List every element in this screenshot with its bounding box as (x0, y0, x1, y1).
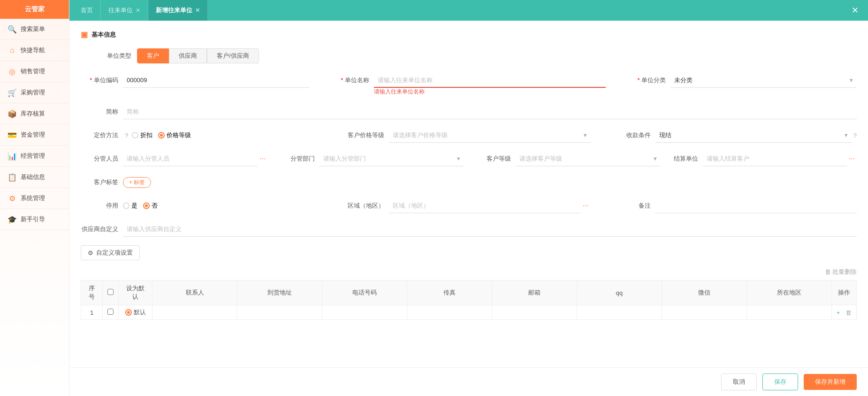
guide-icon: 🎓 (8, 215, 17, 224)
supplier-custom-input[interactable] (123, 222, 857, 237)
payment-question-icon[interactable]: ? (853, 132, 857, 139)
sidebar-item-search[interactable]: 🔍 搜索菜单 (0, 19, 69, 40)
batch-delete-button[interactable]: 🗑 批量删除 (81, 268, 857, 276)
sidebar-logo: 云管家 (0, 0, 69, 19)
custom-settings-button[interactable]: ⚙ 自定义项设置 (81, 245, 140, 260)
unit-btn-supplier[interactable]: 供应商 (169, 48, 207, 63)
pricing-radio-level[interactable]: 价格等级 (158, 131, 191, 140)
contact-input[interactable] (157, 309, 232, 316)
tab-home-label: 首页 (81, 6, 93, 15)
sidebar-item-label: 销售管理 (21, 67, 45, 76)
radio-no-circle (143, 202, 150, 209)
region-more-button[interactable]: ··· (580, 202, 590, 210)
email-input[interactable] (497, 309, 572, 316)
tab-partners[interactable]: 往来单位 ✕ (101, 0, 148, 21)
default-label: 默认 (134, 308, 146, 317)
phone-input[interactable] (327, 309, 402, 316)
purchase-icon: 🛒 (8, 88, 17, 97)
window-close-button[interactable]: ✕ (846, 5, 864, 16)
customer-price-level-select[interactable]: 请选择客户价格等级 ▾ (389, 128, 590, 143)
row-checkbox[interactable] (107, 309, 114, 315)
sidebar-item-inventory[interactable]: 📦 库存核算 (0, 103, 69, 124)
disable-radio-yes[interactable]: 是 (123, 202, 137, 210)
cancel-button[interactable]: 取消 (721, 373, 757, 390)
unit-code-input[interactable] (123, 73, 309, 88)
sidebar-item-system[interactable]: ⚙ 系统管理 (0, 188, 69, 209)
col-contact: 联系人 (152, 280, 237, 305)
sidebar-item-quick-nav[interactable]: ⌂ 快捷导航 (0, 40, 69, 61)
settlement-more-button[interactable]: ··· (847, 155, 857, 163)
manager-more-button[interactable]: ··· (258, 155, 267, 163)
row-contact[interactable] (152, 305, 237, 320)
settlement-unit-input[interactable] (703, 151, 847, 166)
unit-name-error: 请输入往来单位名称 (374, 88, 425, 95)
manager-field: 分管人员 ··· (81, 151, 268, 166)
col-fax: 传真 (407, 280, 492, 305)
form-row-2: 简称 (81, 104, 857, 119)
row-address[interactable] (237, 305, 322, 320)
col-region: 所在地区 (746, 280, 831, 305)
row-email[interactable] (492, 305, 577, 320)
customer-level-field: 客户等级 请选择客户等级 ▾ (473, 151, 661, 166)
fax-input[interactable] (412, 309, 487, 316)
sidebar-item-label: 基础信息 (21, 173, 45, 181)
dept-select[interactable]: 请输入分管部门 ▾ (320, 151, 464, 166)
sidebar-item-sales[interactable]: ◎ 销售管理 (0, 61, 69, 82)
col-default: 设为默认 (119, 280, 152, 305)
qq-input[interactable] (582, 309, 657, 316)
default-radio[interactable]: 默认 (123, 308, 147, 317)
sidebar-item-operations[interactable]: 📊 经营管理 (0, 146, 69, 167)
abbreviation-input[interactable] (123, 104, 857, 119)
sidebar-item-label: 资金管理 (21, 131, 45, 139)
question-icon[interactable]: ? (125, 132, 128, 139)
manager-input[interactable] (123, 151, 258, 166)
row-phone[interactable] (322, 305, 407, 320)
chevron-down-icon: ▾ (654, 155, 657, 162)
form-row-3: 定价方法 ? 折扣 价格等级 客户价格等级 (81, 128, 857, 143)
add-tag-button[interactable]: + 标签 (123, 177, 151, 188)
row-wechat[interactable] (662, 305, 746, 320)
unit-category-select[interactable]: 未分类 ▾ (670, 73, 857, 88)
col-wechat: 微信 (662, 280, 746, 305)
sidebar-item-guide[interactable]: 🎓 新手引导 (0, 209, 69, 230)
contacts-table: 序号 设为默认 联系人 到货地址 电话号码 传真 邮箱 qq 微信 所在地区 操… (81, 280, 857, 320)
sidebar-item-base[interactable]: 📋 基础信息 (0, 167, 69, 188)
sidebar-item-purchase[interactable]: 🛒 采购管理 (0, 82, 69, 103)
wechat-input[interactable] (667, 309, 742, 316)
row-check[interactable] (103, 305, 119, 320)
sidebar-item-finance[interactable]: 💳 资金管理 (0, 124, 69, 146)
payment-terms-select[interactable]: 现结 ▾ (655, 128, 852, 143)
save-new-button[interactable]: 保存并新增 (804, 374, 857, 390)
address-input[interactable] (242, 309, 317, 316)
form-row-7: 供应商自定义 (81, 222, 857, 237)
add-row-button[interactable]: + (837, 309, 840, 316)
row-qq[interactable] (577, 305, 662, 320)
delete-row-button[interactable]: 🗑 (845, 309, 852, 316)
disable-radio-no[interactable]: 否 (143, 202, 158, 210)
base-icon: 📋 (8, 172, 17, 182)
region-input[interactable] (389, 198, 580, 213)
custom-settings-label: 自定义项设置 (96, 248, 133, 257)
tab-partners-close[interactable]: ✕ (136, 7, 140, 14)
row-region[interactable] (746, 305, 831, 320)
customer-tag-field: 客户标签 + 标签 (81, 175, 857, 190)
remark-input[interactable] (655, 198, 857, 213)
unit-btn-customer[interactable]: 客户 (137, 48, 169, 63)
chevron-down-icon: ▾ (584, 132, 587, 139)
customer-level-select[interactable]: 请选择客户等级 ▾ (516, 151, 661, 166)
select-all-checkbox[interactable] (107, 289, 114, 295)
unit-name-input[interactable] (374, 73, 606, 88)
row-fax[interactable] (407, 305, 492, 320)
pricing-method-field: 定价方法 ? 折扣 价格等级 (81, 128, 324, 143)
tab-new-partner[interactable]: 新增往来单位 ✕ (148, 0, 208, 21)
col-check[interactable] (103, 280, 119, 305)
chevron-down-icon: ▾ (850, 77, 853, 84)
form-row-6: 停用 是 否 区域（地区） (81, 198, 857, 213)
pricing-radio-discount[interactable]: 折扣 (132, 131, 152, 140)
unit-btn-both[interactable]: 客户/供应商 (207, 48, 259, 63)
save-button[interactable]: 保存 (762, 373, 798, 390)
tab-new-partner-close[interactable]: ✕ (195, 7, 200, 14)
tab-home[interactable]: 首页 (73, 0, 101, 21)
row-region-input[interactable] (752, 309, 827, 316)
remark-field: 备注 (613, 198, 857, 213)
